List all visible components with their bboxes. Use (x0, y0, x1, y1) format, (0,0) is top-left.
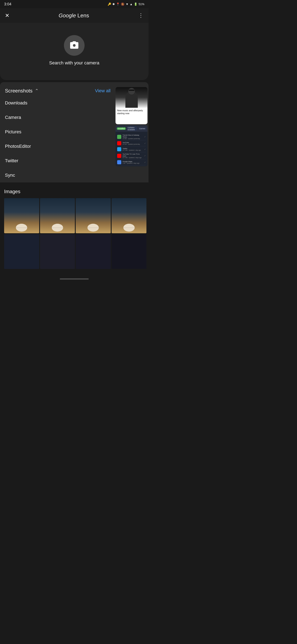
view-all-button[interactable]: View all (95, 88, 111, 94)
folder-dropdown-panel: Screenshots ⌃ View all Downloads Camera … (0, 82, 148, 182)
battery-level: 51% (139, 2, 144, 6)
folder-header: Screenshots ⌃ View all (0, 82, 115, 96)
oval-object-2 (52, 224, 63, 232)
thumb-app-row-1: Transit: Bus & Subway Times 19 MB · Upda… (117, 133, 146, 140)
image-thumb-5[interactable] (4, 234, 39, 269)
thumbnails-section: New music and afterparty starting now In… (115, 82, 148, 182)
status-bar: 3:04 🔑 ✱ 📍 🔕 ▼ ▲ 🔋 51% (0, 0, 148, 8)
check-icon-4: ✓ (144, 154, 146, 157)
bluetooth-icon: ✱ (112, 2, 115, 6)
signal-icon: ▲ (130, 2, 133, 6)
image-thumb-1[interactable] (4, 198, 39, 233)
folder-item-photoseditor[interactable]: PhotosEditor (5, 139, 111, 154)
image-thumb-6[interactable] (40, 234, 75, 269)
app-icon-5 (117, 160, 121, 164)
title-lens: Lens (77, 12, 89, 18)
images-section-title: Images (4, 189, 146, 194)
images-grid-row2 (4, 234, 146, 273)
image-thumb-4[interactable] (112, 198, 147, 233)
app-name-1: Transit: Bus & Subway Times 19 MB · Upda… (122, 134, 143, 139)
check-icon-5: ✓ (144, 161, 146, 164)
thumb-caption-area: New music and afterparty starting now (115, 108, 147, 124)
camera-icon-circle[interactable] (64, 35, 85, 56)
selected-folder-label: Screenshots (5, 88, 32, 94)
check-icon-3: ✓ (144, 148, 146, 150)
camera-search-area[interactable]: Search with your camera (0, 23, 148, 80)
image-thumb-7[interactable] (76, 234, 111, 269)
folder-item-sync[interactable]: Sync (5, 168, 111, 182)
camera-icon (69, 40, 79, 50)
app-name-5: Google Maps 1.08 · Updated 2 days ago (122, 160, 143, 164)
folder-list-section: Screenshots ⌃ View all Downloads Camera … (0, 82, 115, 182)
location-icon: 📍 (116, 2, 120, 6)
app-icon-3 (117, 147, 121, 151)
key-icon: 🔑 (108, 2, 111, 6)
folder-item-camera[interactable]: Camera (5, 110, 111, 125)
status-time: 3:04 (4, 2, 11, 6)
images-grid-row1 (4, 198, 146, 233)
battery-icon: 🔋 (134, 2, 137, 6)
thumb-caption-text: New music and afterparty starting now (117, 109, 146, 115)
camera-search-label: Search with your camera (49, 60, 99, 66)
title-google: Google (58, 12, 76, 18)
oval-object-3 (87, 224, 99, 232)
folder-item-pictures[interactable]: Pictures (5, 125, 111, 139)
check-icon-2: ✓ (144, 142, 146, 144)
thumb-app-row-3: Twitter 377 MB · Updated 1 day ago ✓ (117, 146, 146, 152)
images-section: Images (0, 182, 148, 275)
thumb-app-row-5: Google Maps 1.08 · Updated 2 days ago ✓ (117, 159, 146, 165)
status-icons: 🔑 ✱ 📍 🔕 ▼ ▲ 🔋 51% (108, 2, 144, 6)
app-icon-2 (117, 141, 121, 145)
oval-object-4 (123, 224, 135, 232)
app-name-3: Twitter 377 MB · Updated 1 day ago (122, 148, 143, 151)
image-thumb-8[interactable] (112, 234, 147, 269)
home-indicator-area (0, 275, 148, 282)
folder-header-left[interactable]: Screenshots ⌃ (5, 88, 38, 94)
folder-item-twitter[interactable]: Twitter (5, 154, 111, 168)
chevron-up-icon: ⌃ (35, 88, 38, 94)
thumbnail-2[interactable]: Installed Updates available Games Transi… (115, 125, 147, 166)
app-title: Google Lens (58, 12, 89, 19)
oval-object-1 (16, 224, 27, 232)
thumb-app-row-2: YouTube 23 GB · Updated yesterday ✓ (117, 140, 146, 146)
mute-icon: 🔕 (121, 2, 124, 6)
image-thumb-2[interactable] (40, 198, 75, 233)
app-icon-4 (117, 154, 121, 158)
app-icon-1 (117, 135, 121, 139)
image-thumb-3[interactable] (76, 198, 111, 233)
folder-item-downloads[interactable]: Downloads (5, 96, 111, 110)
close-button[interactable]: ✕ (5, 12, 9, 19)
thumb-app-row-4: YouTube TV: Live TV & more 517 MB · Upda… (117, 152, 146, 159)
wifi-icon: ▼ (126, 2, 128, 6)
app-name-2: YouTube 23 GB · Updated yesterday (122, 142, 143, 145)
thumb-image-top (115, 87, 147, 108)
overflow-menu-button[interactable]: ⋮ (138, 12, 144, 19)
thumbnail-1[interactable]: New music and afterparty starting now (115, 87, 147, 124)
check-icon-1: ✓ (144, 136, 146, 138)
thumb-app-list: Transit: Bus & Subway Times 19 MB · Upda… (115, 132, 147, 166)
home-indicator-bar (60, 278, 89, 280)
folder-list: Downloads Camera Pictures PhotosEditor T… (0, 96, 115, 182)
app-name-4: YouTube TV: Live TV & more 517 MB · Upda… (122, 153, 143, 158)
app-header: ✕ Google Lens ⋮ (0, 8, 148, 23)
